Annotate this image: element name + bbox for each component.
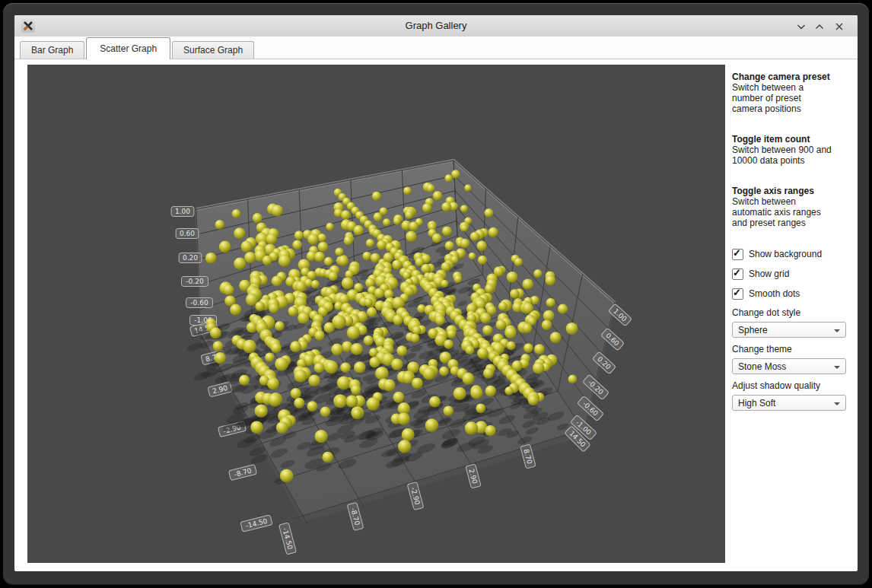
- control-panel: Change camera presetSwitch between anumb…: [725, 65, 858, 563]
- tab-bar: Bar GraphScatter GraphSurface Graph: [14, 37, 858, 59]
- svg-text:-0.60: -0.60: [190, 299, 208, 307]
- checkmark-icon: ✓: [733, 248, 741, 259]
- action-description-line: Switch between 900 and: [732, 145, 853, 155]
- select-label: Change dot style: [732, 307, 853, 318]
- svg-text:1.00: 1.00: [175, 208, 190, 215]
- checkbox-smooth-dots[interactable]: ✓Smooth dots: [732, 288, 853, 300]
- action-title: Toggle axis ranges: [732, 186, 853, 196]
- checkmark-icon: ✓: [733, 268, 741, 278]
- checkbox-show-grid[interactable]: ✓Show grid: [732, 268, 853, 280]
- select-value: High Soft: [738, 398, 775, 408]
- scatter-3d-view[interactable]: 1.000.600.20-0.20-0.60-1.0014.508.702.90…: [27, 65, 725, 563]
- select-value: Stone Moss: [738, 361, 786, 372]
- axis-label: 1.00: [171, 207, 194, 217]
- checkbox-label: Smooth dots: [749, 288, 800, 299]
- close-button[interactable]: [833, 21, 845, 33]
- checkmark-icon: ✓: [733, 288, 741, 298]
- chevron-down-icon: [834, 329, 840, 335]
- app-window: Graph Gallery Bar GraphScatter GraphSurf…: [14, 15, 858, 571]
- select-label: Adjust shadow quality: [732, 380, 853, 391]
- chevron-up-icon: [813, 21, 826, 33]
- svg-text:0.20: 0.20: [183, 254, 198, 262]
- action-toggle-axis-ranges[interactable]: Toggle axis rangesSwitch betweenautomati…: [732, 186, 853, 228]
- tab-surface-graph[interactable]: Surface Graph: [172, 41, 254, 59]
- minimize-button[interactable]: [795, 21, 807, 33]
- axis-label: -0.20: [182, 277, 208, 287]
- axis-label: 0.20: [179, 253, 202, 263]
- chevron-down-icon: [795, 21, 807, 33]
- action-title: Toggle item count: [732, 134, 853, 145]
- checkbox-label: Show background: [749, 249, 822, 259]
- chevron-down-icon: [834, 366, 840, 372]
- tab-scatter-graph[interactable]: Scatter Graph: [86, 37, 170, 59]
- checkbox-box[interactable]: ✓: [732, 249, 743, 260]
- svg-text:0.60: 0.60: [180, 230, 195, 237]
- select-adjust-shadow-quality[interactable]: High Soft: [732, 395, 846, 411]
- checkbox-label: Show grid: [749, 269, 789, 279]
- action-description-line: automatic axis ranges: [732, 207, 853, 218]
- axis-label: -0.60: [186, 298, 213, 308]
- checkbox-show-background[interactable]: ✓Show background: [732, 248, 853, 260]
- scatter-scene: 1.000.600.20-0.20-0.60-1.0014.508.702.90…: [27, 65, 725, 563]
- select-label: Change theme: [732, 344, 853, 354]
- svg-text:-0.20: -0.20: [186, 278, 204, 285]
- select-value: Sphere: [738, 325, 768, 335]
- select-change-theme[interactable]: Stone Moss: [732, 358, 846, 374]
- action-toggle-item-count[interactable]: Toggle item countSwitch between 900 and1…: [732, 134, 853, 166]
- checkbox-box[interactable]: ✓: [732, 269, 743, 280]
- maximize-button[interactable]: [813, 21, 826, 33]
- action-description-line: camera positions: [732, 103, 853, 114]
- action-description-line: number of preset: [732, 93, 853, 103]
- select-change-dot-style[interactable]: Sphere: [732, 322, 846, 338]
- action-description-line: Switch between: [732, 196, 853, 207]
- chevron-down-icon: [834, 402, 840, 408]
- checkbox-box[interactable]: ✓: [732, 288, 743, 300]
- close-icon: [833, 21, 845, 33]
- action-description-line: Switch between a: [732, 82, 853, 93]
- tab-bar-graph[interactable]: Bar Graph: [20, 41, 84, 59]
- action-description-line: 10000 data points: [732, 155, 853, 166]
- title-bar[interactable]: Graph Gallery: [14, 15, 858, 37]
- action-description-line: and preset ranges: [732, 218, 853, 228]
- action-change-camera-preset[interactable]: Change camera presetSwitch between anumb…: [732, 72, 853, 114]
- axis-label: 0.60: [176, 229, 199, 239]
- window-title: Graph Gallery: [14, 15, 858, 37]
- action-title: Change camera preset: [732, 72, 853, 82]
